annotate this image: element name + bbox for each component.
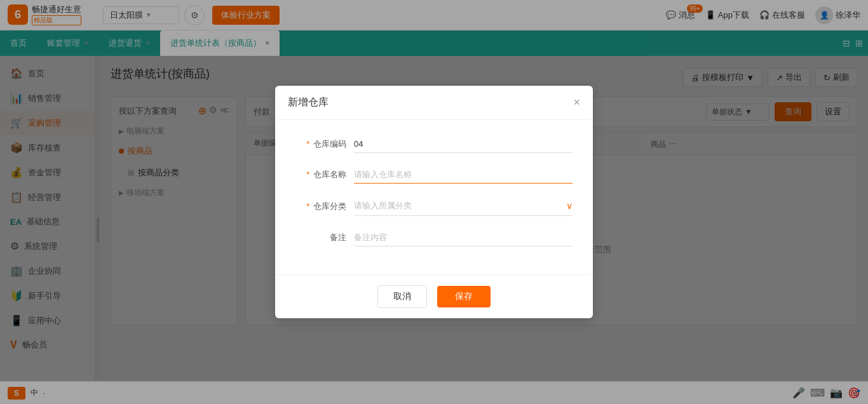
required-mark-2: *	[306, 170, 309, 179]
save-button[interactable]: 保存	[437, 286, 491, 307]
warehouse-category-row: * 仓库分类 请输入所属分类 ∨	[295, 196, 573, 216]
warehouse-category-label: * 仓库分类	[295, 201, 346, 212]
warehouse-category-placeholder: 请输入所属分类	[354, 200, 412, 212]
warehouse-name-input[interactable]	[354, 166, 573, 184]
warehouse-name-label: * 仓库名称	[295, 169, 346, 180]
notes-input[interactable]	[354, 229, 573, 246]
modal-body: * 仓库编码 * 仓库名称 * 仓库分类 请输入所属	[275, 120, 593, 274]
notes-row: 备注	[295, 229, 573, 246]
warehouse-category-select[interactable]: 请输入所属分类 ∨	[354, 196, 573, 216]
required-mark-3: *	[306, 201, 309, 211]
add-warehouse-modal: 新增仓库 × * 仓库编码 * 仓库名称	[275, 86, 593, 318]
cancel-button[interactable]: 取消	[377, 285, 427, 308]
modal-header: 新增仓库 ×	[275, 86, 593, 120]
modal-overlay: 新增仓库 × * 仓库编码 * 仓库名称	[0, 0, 868, 404]
notes-label: 备注	[295, 232, 346, 243]
modal-title: 新增仓库	[288, 96, 329, 109]
warehouse-name-row: * 仓库名称	[295, 166, 573, 184]
warehouse-code-input[interactable]	[354, 135, 573, 153]
warehouse-code-label: * 仓库编码	[295, 138, 346, 150]
modal-close-button[interactable]: ×	[573, 96, 580, 109]
modal-footer: 取消 保存	[275, 274, 593, 318]
warehouse-code-row: * 仓库编码	[295, 135, 573, 153]
chevron-down-icon: ∨	[566, 201, 573, 211]
required-mark: *	[306, 139, 309, 149]
